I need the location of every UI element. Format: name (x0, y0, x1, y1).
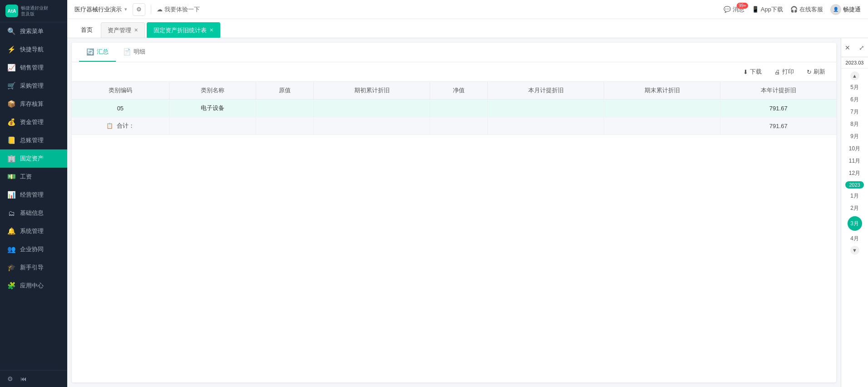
col-header-original: 原值 (256, 82, 314, 99)
total-end-accum (604, 117, 720, 135)
table-total-row: 📋 合计： 791.67 (72, 117, 836, 135)
tab-depreciation-table[interactable]: 固定资产折旧统计表 ✕ (147, 22, 220, 38)
refresh-button[interactable]: ↻ 刷新 (803, 66, 829, 78)
online-service-label: 在线客服 (799, 5, 823, 14)
company-name: 医疗器械行业演示 (74, 5, 122, 14)
col-header-code: 类别编码 (72, 82, 169, 99)
sidebar-item-inventory[interactable]: 📦 库存核算 (0, 95, 67, 113)
right-panel-expand-icon[interactable]: ⤢ (859, 44, 864, 51)
table-row: 05 电子设备 791.67 (72, 99, 836, 117)
settings-icon[interactable]: ⚙ (7, 375, 13, 382)
sidebar-item-quicknav[interactable]: ⚡ 快捷导航 (0, 40, 67, 59)
right-panel-header: ✕ ⤢ (841, 38, 868, 57)
total-label: 合计： (117, 122, 134, 129)
user-menu[interactable]: 👤 畅捷通 (830, 4, 861, 15)
month-item-8[interactable]: 8月 (841, 118, 868, 130)
download-label: 下载 (750, 68, 762, 76)
month-item-3-container: 3月 (841, 214, 868, 233)
guide-icon: 🎓 (7, 263, 15, 272)
app-download-button[interactable]: 📱 App下载 (752, 5, 783, 14)
right-panel-title: 2023.03 (841, 57, 868, 69)
total-monthly-dep (488, 117, 604, 135)
ops-icon: 📊 (7, 191, 15, 199)
refresh-icon: ↻ (807, 69, 812, 75)
sub-tab-summary[interactable]: 🔄 汇总 (79, 43, 116, 62)
username-label: 畅捷通 (843, 5, 861, 14)
cell-original (256, 99, 314, 117)
online-service-button[interactable]: 🎧 在线客服 (790, 5, 823, 14)
sidebar-item-ledger[interactable]: 📒 总账管理 (0, 131, 67, 149)
cell-end-accum (604, 99, 720, 117)
tab-asset-close-icon[interactable]: ✕ (134, 27, 138, 33)
month-item-3[interactable]: 3月 (848, 216, 862, 231)
sub-tab-summary-label: 汇总 (97, 48, 109, 56)
sidebar-item-guide[interactable]: 🎓 新手引导 (0, 258, 67, 277)
topbar-right: 💬 消息 99+ 📱 App下载 🎧 在线客服 👤 畅捷通 (724, 4, 861, 15)
total-original (256, 117, 314, 135)
wage-icon: 💵 (7, 173, 15, 181)
sidebar-item-basic-info[interactable]: 🗂 基础信息 (0, 204, 67, 222)
print-button[interactable]: 🖨 打印 (771, 66, 798, 78)
year-tag-container: 2023 (841, 179, 868, 190)
building-icon: 🏢 (7, 154, 15, 163)
sidebar-item-operations[interactable]: 📊 经营管理 (0, 186, 67, 204)
sidebar-item-search[interactable]: 🔍 搜索菜单 (0, 22, 67, 40)
sidebar-item-system[interactable]: 🔔 系统管理 (0, 222, 67, 240)
message-button[interactable]: 💬 消息 99+ (724, 5, 744, 14)
sidebar-item-fixed-assets[interactable]: 🏢 固定资产 (0, 149, 67, 168)
month-item-5[interactable]: 5月 (841, 81, 868, 94)
tab-depreciation-close-icon[interactable]: ✕ (209, 27, 213, 33)
print-icon: 🖨 (774, 69, 780, 75)
collapse-icon[interactable]: ⏮ (20, 375, 27, 382)
right-panel-close-icon[interactable]: ✕ (845, 44, 850, 51)
total-icon: 📋 (106, 123, 113, 129)
settings-button[interactable]: ⚙ (133, 3, 145, 16)
sidebar-item-app-center[interactable]: 🧩 应用中心 (0, 277, 67, 295)
cell-initial-accum (314, 99, 430, 117)
sidebar-item-purchase[interactable]: 🛒 采购管理 (0, 77, 67, 95)
toolbar: ⬇ 下载 🖨 打印 ↻ 刷新 (72, 62, 836, 82)
tab-home[interactable]: 首页 (74, 22, 99, 38)
month-item-4[interactable]: 4月 (841, 233, 868, 245)
sub-tab-detail[interactable]: 📄 明细 (116, 43, 153, 62)
app-download-label: App下载 (761, 5, 783, 14)
col-header-monthly-dep: 本月计提折旧 (488, 82, 604, 99)
print-label: 打印 (782, 68, 794, 76)
search-icon: 🔍 (7, 27, 15, 35)
month-item-10[interactable]: 10月 (841, 143, 868, 155)
month-item-7[interactable]: 7月 (841, 106, 868, 118)
month-item-9[interactable]: 9月 (841, 130, 868, 143)
dropdown-arrow-icon: ▾ (124, 6, 127, 12)
sidebar-logo: AtA 畅捷通好业财 普及版 (0, 0, 67, 22)
col-header-name: 类别名称 (169, 82, 256, 99)
cell-code: 05 (72, 99, 169, 117)
month-item-2[interactable]: 2月 (841, 202, 868, 214)
refresh-label: 刷新 (813, 68, 825, 76)
info-icon: 🗂 (7, 209, 15, 217)
col-header-end-accum: 期末累计折旧 (604, 82, 720, 99)
tab-asset-management[interactable]: 资产管理 ✕ (101, 22, 145, 38)
sidebar-item-finance[interactable]: 💰 资金管理 (0, 113, 67, 131)
download-button[interactable]: ⬇ 下载 (739, 66, 765, 78)
headset-icon: 🎧 (790, 6, 798, 13)
month-nav-up[interactable]: ▲ (850, 71, 859, 80)
company-selector[interactable]: 医疗器械行业演示 ▾ (74, 5, 127, 14)
total-name (169, 117, 256, 135)
total-year-dep: 791.67 (720, 117, 836, 135)
sidebar-item-salary[interactable]: 💵 工资 (0, 168, 67, 186)
month-item-12[interactable]: 12月 (841, 167, 868, 179)
flash-icon: ⚡ (7, 45, 15, 54)
month-item-11[interactable]: 11月 (841, 155, 868, 167)
experience-icon: ☁ (157, 6, 163, 13)
month-item-6[interactable]: 6月 (841, 94, 868, 106)
cell-monthly-dep (488, 99, 604, 117)
experience-button[interactable]: ☁ 我要体验一下 (157, 5, 200, 14)
sidebar-item-collab[interactable]: 👥 企业协同 (0, 240, 67, 258)
sidebar-item-sales[interactable]: 📈 销售管理 (0, 59, 67, 77)
month-nav-down[interactable]: ▼ (850, 246, 859, 255)
download-icon: ⬇ (743, 69, 748, 75)
divider (151, 5, 151, 14)
sidebar: AtA 畅捷通好业财 普及版 🔍 搜索菜单 ⚡ 快捷导航 📈 销售管理 🛒 采购… (0, 0, 67, 387)
month-item-1[interactable]: 1月 (841, 190, 868, 202)
box-icon: 📦 (7, 100, 15, 108)
